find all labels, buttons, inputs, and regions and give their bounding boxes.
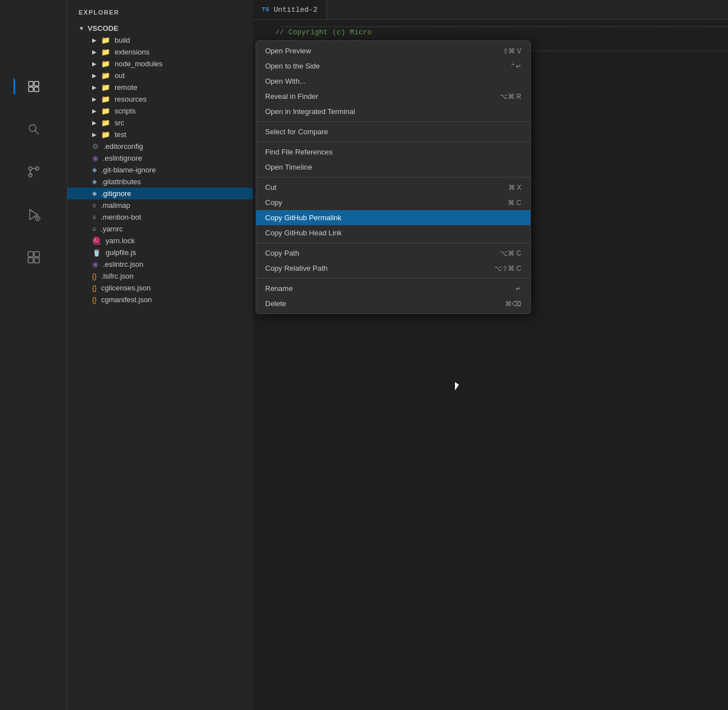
file-mention-bot[interactable]: ≡ .mention-bot	[67, 211, 253, 223]
file-label: .eslintignore	[103, 154, 142, 162]
file-icon: ≡	[92, 213, 96, 221]
menu-copy-path[interactable]: Copy Path ⌥⌘ C	[256, 245, 530, 261]
chevron-right-icon: ▶	[92, 72, 97, 79]
file-cgmanifest-json[interactable]: {} cgmanifest.json	[67, 294, 253, 306]
tree-root-label: VSCODE	[88, 24, 119, 33]
menu-item-shortcut: ⇧⌘ V	[503, 47, 521, 55]
menu-open-preview[interactable]: Open Preview ⇧⌘ V	[256, 43, 530, 58]
file-git-blame-ignore[interactable]: ◆ .git-blame-ignore	[67, 164, 253, 176]
folder-label: src	[115, 119, 124, 127]
menu-open-to-side[interactable]: Open to the Side ⌃↵	[256, 58, 530, 74]
folder-icon: 📁	[101, 60, 110, 68]
tree-root-vscode[interactable]: ▼ VSCODE	[67, 22, 253, 34]
folder-extensions[interactable]: ▶ 📁 extensions	[67, 46, 253, 58]
folder-label: node_modules	[115, 60, 162, 68]
file-yarn-lock[interactable]: 🧶 yarn.lock	[67, 235, 253, 247]
file-mailmap[interactable]: ≡ .mailmap	[67, 199, 253, 211]
chevron-right-icon: ▶	[92, 61, 97, 67]
editor-tab-untitled2[interactable]: TS Untitled-2	[253, 0, 327, 19]
gulp-icon: 🥤	[92, 248, 101, 257]
folder-src[interactable]: ▶ 📁 src	[67, 117, 253, 129]
file-yarnrc[interactable]: ≡ .yarnrc	[67, 223, 253, 235]
git-icon: ◆	[92, 166, 97, 174]
menu-reveal-in-finder[interactable]: Reveal in Finder ⌥⌘ R	[256, 89, 530, 104]
file-gulpfile[interactable]: 🥤 gulpfile.js	[67, 247, 253, 258]
menu-item-label: Cut	[265, 183, 276, 192]
activity-bar-extensions[interactable]	[20, 244, 47, 271]
menu-rename[interactable]: Rename ↵	[256, 281, 530, 296]
svg-rect-1	[34, 81, 39, 86]
folder-remote[interactable]: ▶ 📁 remote	[67, 81, 253, 93]
folder-scripts[interactable]: ▶ 📁 scripts	[67, 105, 253, 117]
svg-rect-16	[34, 258, 39, 263]
git-icon: ◆	[92, 178, 97, 185]
menu-item-shortcut: ⌥⇧⌘ C	[494, 265, 521, 272]
file-label: .git-blame-ignore	[101, 166, 156, 174]
file-lsifrc-json[interactable]: {} .lsifrc.json	[67, 270, 253, 282]
file-gitattributes[interactable]: ◆ .gitattributes	[67, 176, 253, 188]
activity-bar-search[interactable]	[20, 116, 47, 143]
activity-bar-run[interactable]	[20, 201, 47, 228]
file-cglicenses-json[interactable]: {} cglicenses.json	[67, 282, 253, 294]
folder-icon: 📁	[101, 48, 110, 56]
folder-resources[interactable]: ▶ 📁 resources	[67, 93, 253, 105]
folder-label: remote	[115, 83, 137, 92]
gitignore-icon: ◆	[92, 190, 97, 197]
chevron-down-icon: ▼	[79, 25, 84, 31]
menu-delete[interactable]: Delete ⌘⌫	[256, 296, 530, 311]
file-eslintignore[interactable]: ◉ .eslintignore	[67, 152, 253, 164]
gear-icon: ⚙	[92, 142, 99, 151]
menu-copy[interactable]: Copy ⌘ C	[256, 195, 530, 210]
menu-item-label: Copy Relative Path	[265, 264, 327, 272]
menu-open-in-terminal[interactable]: Open in Integrated Terminal	[256, 104, 530, 119]
menu-open-with[interactable]: Open With...	[256, 74, 530, 89]
folder-icon: 📁	[101, 130, 110, 139]
menu-item-label: Copy GitHub Head Link	[265, 229, 342, 237]
menu-separator-1	[256, 121, 530, 122]
folder-label: scripts	[115, 107, 136, 115]
svg-line-5	[35, 131, 39, 135]
file-eslintrc-json[interactable]: ◉ .eslintrc.json	[67, 258, 253, 270]
folder-node-modules[interactable]: ▶ 📁 node_modules	[67, 58, 253, 70]
menu-separator-4	[256, 243, 530, 243]
ts-badge: TS	[262, 6, 269, 13]
menu-cut[interactable]: Cut ⌘ X	[256, 180, 530, 195]
menu-item-label: Open Timeline	[265, 163, 312, 171]
menu-item-shortcut: ⌥⌘ C	[500, 249, 521, 257]
activity-bar-source-control[interactable]	[20, 158, 47, 185]
folder-label: out	[115, 71, 125, 80]
menu-open-timeline[interactable]: Open Timeline	[256, 160, 530, 175]
svg-rect-3	[34, 87, 39, 92]
file-icon: ≡	[92, 225, 96, 233]
menu-item-shortcut: ⌘ X	[508, 184, 521, 192]
folder-icon: 📁	[101, 71, 110, 80]
folder-build[interactable]: ▶ 📁 build	[67, 34, 253, 46]
activity-bar-explorer[interactable]	[20, 73, 47, 100]
folder-label: build	[115, 36, 130, 44]
file-label: .gitignore	[101, 189, 131, 198]
menu-item-label: Copy Path	[265, 249, 299, 257]
menu-item-label: Delete	[265, 299, 286, 308]
folder-label: test	[115, 130, 126, 139]
folder-test[interactable]: ▶ 📁 test	[67, 129, 253, 140]
file-editorconfig[interactable]: ⚙ .editorconfig	[67, 140, 253, 152]
file-label: .yarnrc	[101, 225, 123, 233]
chevron-right-icon: ▶	[92, 84, 97, 90]
file-label: .mailmap	[101, 201, 130, 210]
sidebar-header: EXPLORER	[67, 0, 253, 21]
file-gitignore[interactable]: ◆ .gitignore	[67, 188, 253, 199]
menu-copy-relative-path[interactable]: Copy Relative Path ⌥⇧⌘ C	[256, 261, 530, 276]
menu-copy-github-head-link[interactable]: Copy GitHub Head Link	[256, 225, 530, 240]
menu-select-for-compare[interactable]: Select for Compare	[256, 124, 530, 139]
file-label: .eslintrc.json	[103, 260, 143, 268]
file-label: .editorconfig	[103, 142, 143, 151]
svg-point-6	[29, 167, 32, 170]
folder-out[interactable]: ▶ 📁 out	[67, 70, 253, 81]
file-tree: ▼ VSCODE ▶ 📁 build ▶ 📁 extensions ▶ 📁 no…	[67, 21, 253, 307]
yarn-icon: 🧶	[92, 236, 101, 245]
json-icon: {}	[92, 284, 97, 292]
activity-bar	[0, 0, 67, 710]
context-menu: Open Preview ⇧⌘ V Open to the Side ⌃↵ Op…	[256, 40, 531, 314]
menu-find-file-references[interactable]: Find File References	[256, 144, 530, 160]
menu-copy-github-permalink[interactable]: Copy GitHub Permalink	[256, 210, 530, 225]
